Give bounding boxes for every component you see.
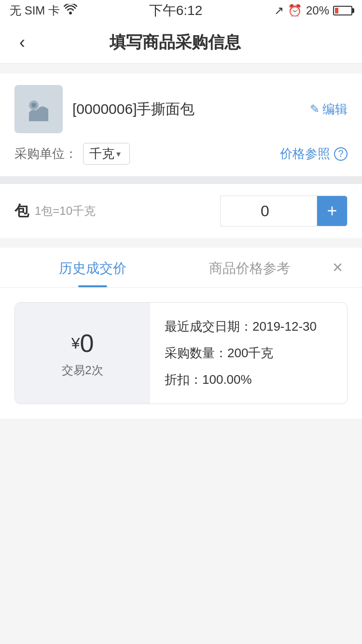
carrier-text: 无 SIM 卡 [10,3,60,18]
product-section: [0000006]手撕面包 ✎ 编辑 采购单位： 千克 价格参照 ? [0,73,362,176]
price-value: 0 [80,329,94,357]
back-button[interactable]: ‹ [14,28,30,57]
main-background [0,419,362,644]
history-trades: 交易2次 [62,363,103,378]
quantity-value: 200千克 [227,346,273,360]
status-right: ↗ ⏰ 20% [274,4,352,17]
unit-value: 千克 [89,145,114,162]
history-card: ¥0 交易2次 最近成交日期：2019-12-30 采购数量：200千克 折扣：… [14,302,348,404]
product-left: [0000006]手撕面包 [14,85,195,133]
quantity-row-detail: 采购数量：200千克 [165,344,333,363]
status-time: 下午6:12 [149,1,203,20]
tab-product-price-ref[interactable]: 商品价格参考 [171,248,327,287]
battery-icon [333,6,352,15]
quantity-label: 采购数量： [165,346,227,360]
date-value: 2019-12-30 [252,319,317,334]
alarm-icon: ⏰ [288,4,302,17]
date-row: 最近成交日期：2019-12-30 [165,317,333,336]
purchase-row: 采购单位： 千克 价格参照 ? [14,143,348,165]
page-title: 填写商品采购信息 [30,31,320,54]
product-header: [0000006]手撕面包 ✎ 编辑 [14,85,348,133]
currency-symbol: ¥ [71,335,80,352]
help-icon: ? [334,147,348,161]
price-ref-label: 价格参照 [280,145,330,162]
svg-point-0 [69,12,72,14]
product-name: [0000006]手撕面包 [72,99,195,119]
quantity-control: + [220,196,348,226]
purchase-unit-label: 采购单位： [14,145,77,162]
status-left: 无 SIM 卡 [10,3,77,18]
status-bar: 无 SIM 卡 下午6:12 ↗ ⏰ 20% [0,0,362,21]
discount-value: 100.00% [202,372,252,387]
tab-history-price[interactable]: 历史成交价 [14,248,171,287]
date-label: 最近成交日期： [165,319,252,334]
tab-header: 历史成交价 商品价格参考 × [0,248,362,288]
edit-label: 编辑 [322,101,348,118]
unit-dropdown[interactable]: 千克 [83,143,130,165]
tab-close-button[interactable]: × [328,252,348,282]
tab-price-ref-label: 商品价格参考 [209,261,290,276]
purchase-unit-row: 采购单位： 千克 [14,143,130,165]
edit-button[interactable]: ✎ 编辑 [310,101,348,118]
nav-bar: ‹ 填写商品采购信息 [0,21,362,64]
location-icon: ↗ [274,4,284,17]
history-right-panel: 最近成交日期：2019-12-30 采购数量：200千克 折扣：100.00% [150,303,347,404]
product-thumbnail [14,85,63,133]
price-reference-button[interactable]: 价格参照 ? [280,145,348,162]
history-price: ¥0 [71,329,94,358]
discount-label: 折扣： [165,372,202,387]
history-content: ¥0 交易2次 最近成交日期：2019-12-30 采购数量：200千克 折扣：… [0,288,362,419]
quantity-input[interactable] [220,196,317,226]
unit-icon: 包 [14,201,29,221]
unit-convert-text: 1包=10千克 [35,203,96,219]
svg-point-2 [31,103,36,108]
quantity-plus-button[interactable]: + [317,196,348,226]
unit-label: 包 1包=10千克 [14,201,96,221]
quantity-row: 包 1包=10千克 + [0,184,362,238]
edit-icon: ✎ [310,102,320,116]
tab-history-label: 历史成交价 [59,261,126,276]
tab-section: 历史成交价 商品价格参考 × ¥0 交易2次 最近成交日期：2019-12-30… [0,248,362,419]
battery-percent: 20% [306,4,329,17]
wifi-icon [64,4,77,17]
discount-row: 折扣：100.00% [165,370,333,389]
history-left-panel: ¥0 交易2次 [15,303,150,404]
section-divider [0,176,362,184]
